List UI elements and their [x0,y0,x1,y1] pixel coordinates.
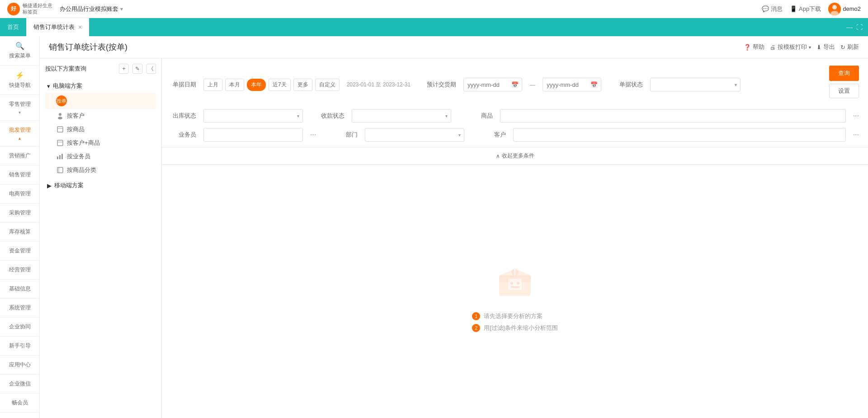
sidebar-item-sales[interactable]: 销售管理 [0,166,39,185]
customer-input[interactable] [513,128,845,142]
status-select[interactable] [650,78,741,91]
refresh-button[interactable]: ↻ 刷新 [840,43,859,51]
customer-label: 客户 [481,131,506,139]
window-maximize-icon[interactable]: ⛶ [856,24,863,31]
date-btn-group: 上月 本月 本年 近7天 更多 自定义 [203,79,340,91]
top-bar-left: 好 畅捷通好生意 标签页 办公用品行业模拟账套 ▾ [7,3,123,15]
date-btn-custom[interactable]: 自定义 [315,79,340,91]
tree-item-by-product[interactable]: 按商品 [45,123,156,136]
filter-row-3: 业务员 ··· 部门 ▾ 客户 ··· [171,128,859,147]
sidebar: 🔍 搜索菜单 ⚡ 快捷导航 零售管理 ▾ 批发管理 ▴ 营销推广 销售管理 电商… [0,36,40,418]
refresh-icon: ↻ [840,44,845,51]
collapse-button[interactable]: ∧ 收起更多条件 [496,152,534,160]
sidebar-item-member[interactable]: 畅会员 [0,394,39,413]
salesperson-input[interactable] [203,128,303,142]
sidebar-item-wholesale[interactable]: 批发管理 ▴ [0,121,39,147]
tree-item-by-customer-product[interactable]: 按客户+商品 [45,136,156,150]
filter-row-1: 单据日期 上月 本月 本年 近7天 更多 自定义 2023-01-01 至 20… [171,66,859,104]
sidebar-item-purchase[interactable]: 采购管理 [0,204,39,223]
date-btn-thismonth[interactable]: 本月 [225,79,244,91]
help-icon: ❓ [744,44,751,51]
product-more-icon[interactable]: ··· [853,112,859,120]
collapse-panel-button[interactable]: 《 [146,64,156,74]
salesperson-more-icon[interactable]: ··· [310,131,316,139]
svg-rect-19 [508,279,522,290]
help-button[interactable]: ❓ 帮助 [744,43,764,51]
out-status-select[interactable] [203,109,303,123]
sidebar-item-cooperation[interactable]: 企业协同 [0,318,39,337]
collapse-up-icon: ∧ [496,153,500,159]
receipt-status-select[interactable] [352,109,451,123]
customer-more-icon[interactable]: ··· [853,131,859,139]
out-status-select-wrap: ▾ [203,109,303,123]
breadcrumb-text: 办公用品行业模拟账套 [60,5,118,13]
sidebar-item-marketing[interactable]: 营销推广 [0,147,39,166]
sidebar-item-newguide[interactable]: 新手引导 [0,337,39,356]
wholesale-expand-icon: ▴ [19,136,21,141]
tree-item-by-order[interactable]: 按单 [45,93,156,109]
user-name: demo2 [843,5,861,12]
out-status-label: 出库状态 [171,112,196,120]
svg-rect-12 [57,167,63,173]
svg-rect-5 [57,127,63,132]
user-area[interactable]: demo2 [828,3,861,15]
page-title: 销售订单统计表(按单) [49,42,127,58]
date-btn-lastmonth[interactable]: 上月 [203,79,222,91]
mobile-section-header[interactable]: ▶ 移动端方案 [45,179,156,192]
window-minimize-icon[interactable]: — [846,24,853,31]
tab-bar-actions: — ⛶ [846,24,868,31]
sidebar-item-finance[interactable]: 资金管理 [0,242,39,261]
mobile-scheme-section: ▶ 移动端方案 [45,179,156,192]
date-btn-7days[interactable]: 近7天 [269,79,291,91]
sidebar-item-inventory[interactable]: 库存核算 [0,223,39,242]
tree-item-by-salesperson[interactable]: 按业务员 [45,150,156,163]
tree-item-by-customer[interactable]: 按客户 [45,109,156,123]
product-input[interactable] [500,109,846,123]
message-action[interactable]: 💬 消息 [762,5,783,13]
empty-steps: 1 请先选择要分析的方案 2 用[过滤]条件来缩小分析范围 [472,312,557,332]
mobile-section-arrow-icon: ▶ [47,182,52,189]
empty-state: 1 请先选择要分析的方案 2 用[过滤]条件来缩小分析范围 [472,251,557,332]
dept-select[interactable] [365,128,464,142]
date-from-input[interactable] [463,78,522,91]
sidebar-item-quicknav[interactable]: ⚡ 快捷导航 [0,66,39,95]
setting-button[interactable]: 设置 [829,84,859,98]
sidebar-item-basic[interactable]: 基础信息 [0,280,39,299]
sidebar-item-corpwechat[interactable]: 企业微信 [0,375,39,394]
pc-section-header[interactable]: ▾ 电脑端方案 [45,79,156,93]
pc-section-arrow-icon: ▾ [47,83,50,90]
tab-close-icon[interactable]: × [78,24,82,31]
action-buttons: 查询 设置 [829,66,859,104]
receipt-status-label: 收款状态 [319,112,344,120]
add-scheme-button[interactable]: + [119,64,129,74]
receipt-status-select-wrap: ▾ [352,109,451,123]
edit-scheme-button[interactable]: ✎ [132,64,142,74]
empty-illustration [488,251,542,305]
print-arrow-icon: ▾ [809,45,811,50]
customer-product-icon [56,139,64,147]
template-print-button[interactable]: 🖨 按模板打印 ▾ [770,43,811,51]
sidebar-item-system[interactable]: 系统管理 [0,299,39,318]
search-icon: 🔍 [15,42,24,50]
svg-point-3 [59,113,61,116]
pc-section-label: 电脑端方案 [53,82,82,90]
date-btn-more[interactable]: 更多 [293,79,312,91]
tab-sales-order[interactable]: 销售订单统计表 × [26,18,89,36]
sidebar-item-ecommerce[interactable]: 电商管理 [0,185,39,204]
date-btn-thisyear[interactable]: 本年 [247,79,266,91]
sidebar-item-operations[interactable]: 经营管理 [0,261,39,280]
empty-step-1: 1 请先选择要分析的方案 [472,312,557,320]
tree-item-by-category[interactable]: 按商品分类 [45,163,156,177]
status-label: 单据状态 [618,81,643,89]
date-to-input[interactable] [542,78,601,91]
app-download-action[interactable]: 📱 App下载 [790,5,821,13]
query-button[interactable]: 查询 [829,66,859,81]
svg-rect-7 [57,140,63,146]
svg-rect-9 [57,157,58,159]
export-button[interactable]: ⬇ 导出 [816,43,835,51]
collapse-bar[interactable]: ∧ 收起更多条件 [162,147,868,165]
sidebar-item-retail[interactable]: 零售管理 ▾ [0,95,39,121]
sidebar-item-search[interactable]: 🔍 搜索菜单 [0,36,39,66]
tab-home[interactable]: 首页 [0,18,26,36]
sidebar-item-appcenter[interactable]: 应用中心 [0,356,39,375]
